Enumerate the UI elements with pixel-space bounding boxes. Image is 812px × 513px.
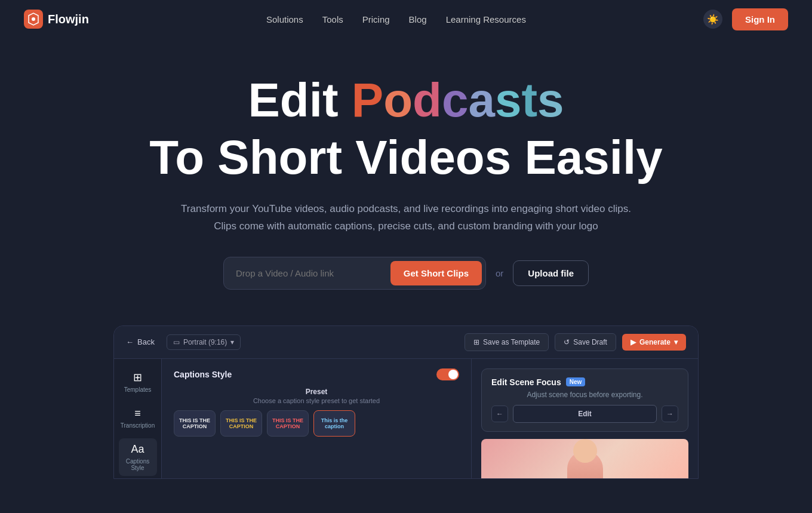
sidebar-transcription[interactable]: ≡ Transcription bbox=[119, 403, 157, 434]
scene-focus-title: Edit Scene Focus bbox=[491, 377, 561, 387]
caption-presets: THIS IS THE CAPTION THIS IS THE CAPTION … bbox=[174, 410, 459, 437]
figure-head bbox=[573, 439, 597, 463]
scene-focus-card: Edit Scene Focus New Adjust scene focus … bbox=[481, 368, 688, 432]
back-label: Back bbox=[137, 337, 155, 346]
figure-body bbox=[567, 451, 603, 479]
app-bar-left: ← Back ▭ Portrait (9:16) ▾ bbox=[126, 334, 241, 350]
captions-title: Captions Style bbox=[174, 370, 232, 379]
app-content: ⊞ Templates ≡ Transcription Aa Captions … bbox=[114, 359, 698, 478]
caption-preset-1[interactable]: THIS IS THE CAPTION bbox=[174, 410, 216, 437]
generate-chevron-icon: ▾ bbox=[674, 338, 678, 346]
templates-icon: ⊞ bbox=[133, 371, 142, 384]
transcription-label: Transcription bbox=[121, 422, 155, 429]
captions-header: Captions Style bbox=[174, 368, 459, 380]
edit-scene-button[interactable]: Edit bbox=[513, 405, 657, 423]
app-bar: ← Back ▭ Portrait (9:16) ▾ ⊞ Save as Tem… bbox=[114, 326, 698, 359]
sign-in-button[interactable]: Sign In bbox=[732, 8, 788, 30]
url-input-container: Get Short Clips bbox=[223, 257, 486, 290]
save-template-button[interactable]: ⊞ Save as Template bbox=[465, 333, 549, 351]
generate-label: Generate bbox=[639, 338, 670, 346]
nav-links: Solutions Tools Pricing Blog Learning Re… bbox=[266, 14, 526, 24]
input-row: Get Short Clips or Upload file bbox=[12, 257, 800, 290]
edit-prefix: Edit bbox=[248, 73, 351, 127]
portrait-label: Portrait (9:16) bbox=[183, 338, 227, 346]
theme-toggle-button[interactable]: ☀️ bbox=[703, 10, 722, 29]
preset-desc: Choose a caption style preset to get sta… bbox=[174, 397, 459, 404]
back-arrow-icon: ← bbox=[126, 337, 134, 346]
app-bar-right: ⊞ Save as Template ↺ Save Draft ▶ Genera… bbox=[465, 333, 686, 351]
nav-learning-resources[interactable]: Learning Resources bbox=[446, 14, 526, 24]
portrait-icon: ▭ bbox=[173, 338, 180, 346]
templates-label: Templates bbox=[124, 386, 152, 393]
app-screenshot: ← Back ▭ Portrait (9:16) ▾ ⊞ Save as Tem… bbox=[113, 325, 699, 479]
navbar: Flowjin Solutions Tools Pricing Blog Lea… bbox=[0, 0, 812, 38]
sidebar-captions-style[interactable]: Aa Captions Style bbox=[119, 438, 157, 476]
nav-right: ☀️ Sign In bbox=[703, 8, 788, 30]
captions-icon: Aa bbox=[131, 443, 144, 456]
scene-focus-header: Edit Scene Focus New bbox=[491, 377, 678, 387]
logo-text: Flowjin bbox=[48, 13, 89, 26]
sidebar-templates[interactable]: ⊞ Templates bbox=[119, 366, 157, 398]
hero-title-line1: Edit Podcasts bbox=[12, 74, 800, 127]
captions-toggle[interactable] bbox=[436, 368, 459, 380]
generate-button[interactable]: ▶ Generate ▾ bbox=[622, 334, 686, 351]
save-draft-label: Save Draft bbox=[573, 338, 607, 346]
nav-blog[interactable]: Blog bbox=[409, 14, 427, 24]
transcription-icon: ≡ bbox=[134, 407, 141, 420]
scene-next-button[interactable]: → bbox=[662, 406, 678, 422]
logo[interactable]: Flowjin bbox=[24, 10, 89, 29]
nav-pricing[interactable]: Pricing bbox=[362, 14, 390, 24]
save-template-label: Save as Template bbox=[483, 338, 540, 346]
hero-title-line2: To Short Videos Easily bbox=[12, 131, 800, 184]
scene-prev-button[interactable]: ← bbox=[491, 406, 508, 422]
app-right-panel: Edit Scene Focus New Adjust scene focus … bbox=[471, 359, 698, 478]
nav-tools[interactable]: Tools bbox=[322, 14, 343, 24]
svg-point-1 bbox=[32, 17, 35, 21]
portrait-selector[interactable]: ▭ Portrait (9:16) ▾ bbox=[167, 334, 241, 350]
caption-preset-2[interactable]: THIS IS THE CAPTION bbox=[220, 410, 262, 437]
get-clips-button[interactable]: Get Short Clips bbox=[390, 261, 482, 285]
template-icon: ⊞ bbox=[473, 338, 479, 346]
save-draft-button[interactable]: ↺ Save Draft bbox=[555, 333, 616, 351]
new-badge: New bbox=[566, 377, 586, 386]
scene-focus-desc: Adjust scene focus before exporting. bbox=[491, 391, 678, 399]
app-main-panel: Captions Style Preset Choose a caption s… bbox=[162, 359, 471, 478]
hero-section: Edit Podcasts To Short Videos Easily Tra… bbox=[0, 38, 812, 503]
preset-section: Preset Choose a caption style preset to … bbox=[174, 388, 459, 437]
nav-solutions[interactable]: Solutions bbox=[266, 14, 303, 24]
captions-label: Captions Style bbox=[124, 458, 152, 471]
draft-icon: ↺ bbox=[564, 338, 570, 346]
video-thumbnail bbox=[481, 439, 688, 479]
podcast-word: Podcasts bbox=[352, 73, 564, 127]
preset-label: Preset bbox=[174, 388, 459, 396]
caption-preset-4[interactable]: This is the caption bbox=[313, 410, 355, 437]
back-button[interactable]: ← Back bbox=[126, 337, 155, 346]
or-divider: or bbox=[496, 268, 503, 278]
generate-icon: ▶ bbox=[630, 338, 636, 346]
scene-nav: ← Edit → bbox=[491, 405, 678, 423]
hero-subtitle: Transform your YouTube videos, audio pod… bbox=[179, 201, 633, 235]
app-sidebar: ⊞ Templates ≡ Transcription Aa Captions … bbox=[114, 359, 162, 478]
chevron-down-icon: ▾ bbox=[230, 338, 234, 346]
url-input[interactable] bbox=[236, 268, 390, 278]
upload-file-button[interactable]: Upload file bbox=[513, 260, 589, 286]
caption-preset-3[interactable]: THIS IS THE CAPTION bbox=[267, 410, 309, 437]
